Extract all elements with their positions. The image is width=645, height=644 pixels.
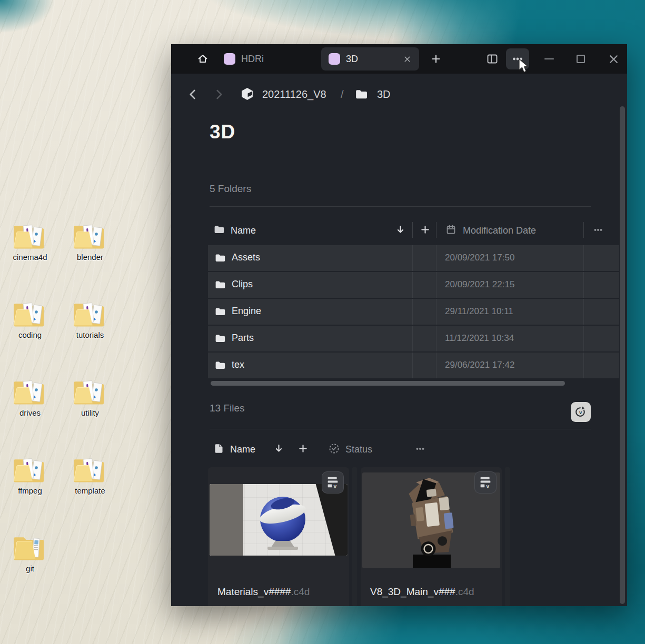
folder-name: Engine [232, 306, 261, 317]
desktop-icon-label: cinema4d [3, 253, 57, 261]
files-section-label: 13 Files [210, 402, 245, 414]
titlebar[interactable]: HDRi 3D [171, 44, 627, 74]
tab-color-icon [329, 53, 340, 65]
folder-icon [214, 279, 225, 290]
status-icon [328, 442, 340, 455]
desktop-icon-template[interactable]: template [63, 454, 117, 495]
folder-row-assets[interactable]: Assets 20/09/2021 17:50 [208, 245, 619, 271]
desktop-icon-label: template [63, 486, 117, 495]
desktop-icon-label: git [3, 564, 57, 573]
desktop-icon-label: drives [3, 408, 57, 417]
folder-name: Clips [232, 279, 253, 290]
file-manager-window: HDRi 3D 20211126_V8 / 3D 3D [171, 44, 627, 606]
column-options-icon[interactable] [414, 443, 426, 455]
files-name-column-header[interactable]: Name [230, 444, 255, 455]
folder-name: Parts [232, 333, 254, 344]
folder-icon [11, 298, 49, 329]
folder-icon [213, 224, 224, 235]
increment-version-badge[interactable] [474, 471, 497, 494]
material-sphere-preview [260, 497, 305, 542]
version-bars-icon [477, 474, 494, 491]
version-control-button[interactable] [571, 402, 591, 422]
folder-icon [214, 360, 225, 371]
breadcrumb-separator: / [341, 88, 344, 100]
sort-descending-icon[interactable] [273, 443, 284, 454]
maximize-icon[interactable] [574, 53, 587, 65]
desktop-icon-label: blender [63, 253, 117, 261]
folder-modified-date: 11/12/2021 10:34 [445, 333, 514, 344]
tab-label: 3D [346, 54, 358, 65]
folder-modified-date: 20/09/2021 17:50 [445, 253, 514, 263]
divider [210, 206, 591, 207]
folders-date-column-header[interactable]: Modification Date [463, 225, 536, 236]
folder-icon [11, 376, 49, 407]
project-cube-icon[interactable] [240, 87, 254, 101]
close-tab-icon[interactable] [403, 55, 412, 64]
divider [412, 222, 413, 238]
nav-back-icon[interactable] [187, 88, 199, 100]
folder-icon [214, 253, 225, 264]
add-column-icon[interactable] [297, 443, 309, 454]
minimize-icon[interactable] [543, 53, 555, 65]
folders-name-column-header[interactable]: Name [231, 225, 256, 236]
desktop-icon-blender[interactable]: blender [63, 220, 117, 261]
breadcrumb-current[interactable]: 3D [377, 88, 391, 100]
tab-color-icon [224, 53, 235, 65]
sidebar-toggle-icon[interactable] [486, 53, 499, 65]
desktop-icon-coding[interactable]: coding [3, 298, 57, 339]
mouse-cursor [518, 58, 530, 74]
divider [210, 429, 591, 429]
desktop-icon-drives[interactable]: drives [3, 376, 57, 417]
file-icon [213, 443, 224, 454]
file-card-materials[interactable]: Materials_v####.c4d [208, 467, 349, 606]
increment-version-badge[interactable] [322, 471, 344, 494]
card-stack-edge [352, 467, 357, 606]
folders-section-label: 5 Folders [210, 183, 251, 195]
folder-icon [71, 454, 109, 485]
horizontal-scrollbar[interactable] [211, 381, 565, 386]
sort-descending-icon[interactable] [395, 224, 406, 235]
folder-row-parts[interactable]: Parts 11/12/2021 10:34 [208, 326, 619, 351]
calendar-icon [445, 224, 457, 235]
file-thumbnail [210, 484, 348, 556]
home-icon[interactable] [197, 53, 209, 65]
folder-row-tex[interactable]: tex 29/06/2021 17:42 [208, 353, 619, 378]
tab-label: HDRi [241, 54, 264, 65]
desktop-icon-label: tutorials [63, 330, 117, 339]
folder-icon [354, 88, 368, 101]
folder-icon [71, 376, 109, 407]
folder-name: tex [232, 359, 244, 370]
file-name: V8_3D_Main_v###.c4d [370, 586, 474, 598]
desktop-icon-ffmpeg[interactable]: ffmpeg [3, 454, 57, 495]
close-window-icon[interactable] [607, 53, 620, 66]
breadcrumb-project[interactable]: 20211126_V8 [262, 88, 326, 100]
folder-icon [11, 454, 49, 485]
nav-forward-icon[interactable] [213, 88, 225, 100]
tab-hdri[interactable]: HDRi [224, 48, 264, 69]
folder-icon [214, 306, 225, 317]
add-column-icon[interactable] [420, 224, 431, 235]
column-options-icon[interactable] [592, 224, 604, 236]
folder-modified-date: 29/06/2021 17:42 [445, 360, 514, 370]
file-name: Materials_v####.c4d [217, 586, 310, 598]
folder-row-clips[interactable]: Clips 20/09/2021 22:15 [208, 272, 619, 298]
desktop-icon-utility[interactable]: utility [63, 376, 117, 417]
desktop-icon-git[interactable]: git [3, 531, 57, 573]
desktop-icon-label: utility [63, 408, 117, 417]
divider [583, 222, 584, 238]
new-tab-icon[interactable] [430, 53, 442, 65]
files-status-column-header[interactable]: Status [345, 444, 372, 455]
desktop-icon-label: ffmpeg [3, 486, 57, 495]
folder-modified-date: 20/09/2021 22:15 [445, 279, 514, 290]
vertical-scrollbar[interactable] [620, 106, 625, 604]
file-card-v8-main[interactable]: V8_3D_Main_v###.c4d [361, 467, 502, 606]
desktop-icon-label: coding [3, 330, 57, 339]
desktop-icon-cinema4d[interactable]: cinema4d [3, 220, 57, 261]
desktop-icon-tutorials[interactable]: tutorials [63, 298, 117, 339]
divider [436, 222, 436, 238]
folder-icon [71, 298, 109, 329]
folder-row-engine[interactable]: Engine 29/11/2021 10:11 [208, 299, 619, 325]
tab-3d[interactable]: 3D [321, 47, 419, 71]
folder-modified-date: 29/11/2021 10:11 [445, 306, 513, 317]
version-loop-icon [574, 406, 587, 418]
